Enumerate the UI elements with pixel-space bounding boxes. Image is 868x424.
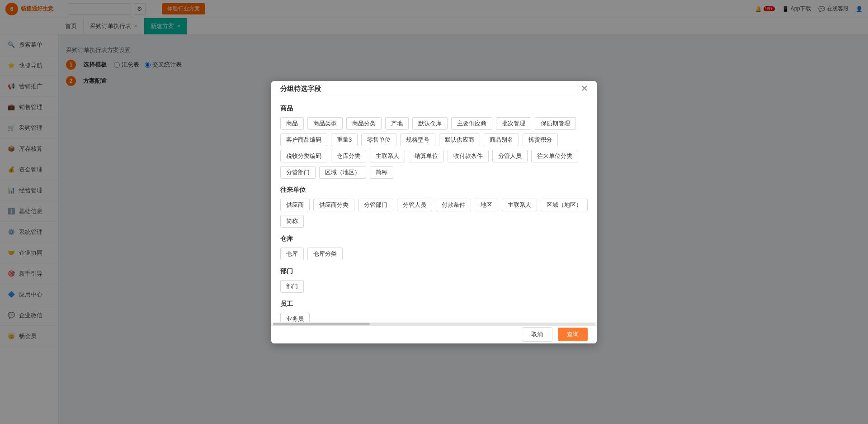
- field-tag-dept[interactable]: 部门: [280, 280, 304, 293]
- field-tag-payment-terms[interactable]: 收付款条件: [448, 150, 489, 162]
- field-tag-goods-alias[interactable]: 商品别名: [484, 133, 519, 146]
- field-tag-salesperson[interactable]: 业务员: [280, 313, 310, 322]
- modal: 分组待选字段 ✕ 商品 商品 商品类型 商品分类 产地 默认仓库 主要供应商 批…: [271, 81, 597, 343]
- field-tag-dept-supervisor[interactable]: 分管部门: [280, 166, 316, 179]
- field-tag-supplier[interactable]: 供应商: [280, 199, 310, 211]
- field-tag-weight3[interactable]: 重量3: [331, 133, 358, 146]
- field-tag-supplier-category[interactable]: 供应商分类: [313, 199, 354, 211]
- section-employee-tags: 业务员: [280, 313, 588, 322]
- modal-horizontal-scrollbar[interactable]: [271, 322, 597, 325]
- section-warehouse-title: 仓库: [280, 235, 588, 243]
- field-tag-main-contact[interactable]: 主联系人: [370, 150, 405, 162]
- field-tag-origin[interactable]: 产地: [385, 117, 409, 130]
- field-tag-area[interactable]: 地区: [475, 199, 498, 211]
- field-tag-spec-model[interactable]: 规格型号: [400, 133, 435, 146]
- field-tag-tax-code[interactable]: 税收分类编码: [280, 150, 327, 162]
- field-tag-abbr-partner[interactable]: 简称: [280, 215, 304, 228]
- field-tag-supervisor[interactable]: 分管人员: [492, 150, 528, 162]
- field-tag-retail-unit[interactable]: 零售单位: [361, 133, 396, 146]
- field-tag-region-goods[interactable]: 区域（地区）: [319, 166, 366, 179]
- modal-body[interactable]: 商品 商品 商品类型 商品分类 产地 默认仓库 主要供应商 批次管理 保质期管理…: [271, 97, 597, 322]
- section-employee-title: 员工: [280, 300, 588, 308]
- section-partner-tags: 供应商 供应商分类 分管部门 分管人员 付款条件 地区 主联系人 区域（地区） …: [280, 199, 588, 228]
- field-tag-warehouse-cat[interactable]: 仓库分类: [307, 248, 343, 260]
- section-warehouse: 仓库 仓库 仓库分类: [280, 235, 588, 260]
- modal-header: 分组待选字段 ✕: [271, 81, 597, 97]
- modal-overlay: 分组待选字段 ✕ 商品 商品 商品类型 商品分类 产地 默认仓库 主要供应商 批…: [0, 0, 868, 424]
- field-tag-abbr-goods[interactable]: 简称: [370, 166, 393, 179]
- modal-title: 分组待选字段: [280, 85, 321, 93]
- section-employee: 员工 业务员: [280, 300, 588, 322]
- field-tag-customer-code[interactable]: 客户商品编码: [280, 133, 327, 146]
- field-tag-settlement-unit[interactable]: 结算单位: [409, 150, 444, 162]
- field-tag-partner-category[interactable]: 往来单位分类: [531, 150, 578, 162]
- field-tag-main-supplier[interactable]: 主要供应商: [451, 117, 492, 130]
- field-tag-pick-points[interactable]: 拣货积分: [523, 133, 558, 146]
- section-partner: 往来单位 供应商 供应商分类 分管部门 分管人员 付款条件 地区 主联系人 区域…: [280, 186, 588, 228]
- confirm-button[interactable]: 查询: [558, 328, 588, 341]
- modal-footer: 取消 查询: [271, 325, 597, 343]
- field-tag-main-contact-partner[interactable]: 主联系人: [502, 199, 537, 211]
- section-partner-title: 往来单位: [280, 186, 588, 194]
- section-goods-title: 商品: [280, 105, 588, 113]
- field-tag-region-partner[interactable]: 区域（地区）: [541, 199, 588, 211]
- field-tag-batch-mgmt[interactable]: 批次管理: [496, 117, 531, 130]
- section-dept: 部门 部门: [280, 267, 588, 293]
- field-tag-shelf-life[interactable]: 保质期管理: [535, 117, 576, 130]
- section-warehouse-tags: 仓库 仓库分类: [280, 248, 588, 260]
- field-tag-payment-cond[interactable]: 付款条件: [436, 199, 471, 211]
- field-tag-default-supplier[interactable]: 默认供应商: [439, 133, 480, 146]
- field-tag-goods-category[interactable]: 商品分类: [346, 117, 382, 130]
- field-tag-goods-type[interactable]: 商品类型: [307, 117, 343, 130]
- section-goods-tags: 商品 商品类型 商品分类 产地 默认仓库 主要供应商 批次管理 保质期管理 客户…: [280, 117, 588, 179]
- field-tag-warehouse[interactable]: 仓库: [280, 248, 304, 260]
- field-tag-partner-supervisor[interactable]: 分管人员: [397, 199, 432, 211]
- field-tag-partner-dept[interactable]: 分管部门: [358, 199, 393, 211]
- section-dept-title: 部门: [280, 267, 588, 276]
- section-dept-tags: 部门: [280, 280, 588, 293]
- field-tag-default-warehouse[interactable]: 默认仓库: [412, 117, 448, 130]
- field-tag-goods[interactable]: 商品: [280, 117, 304, 130]
- cancel-button[interactable]: 取消: [522, 327, 552, 342]
- section-goods: 商品 商品 商品类型 商品分类 产地 默认仓库 主要供应商 批次管理 保质期管理…: [280, 105, 588, 179]
- modal-close-button[interactable]: ✕: [581, 84, 588, 94]
- field-tag-warehouse-category[interactable]: 仓库分类: [331, 150, 366, 162]
